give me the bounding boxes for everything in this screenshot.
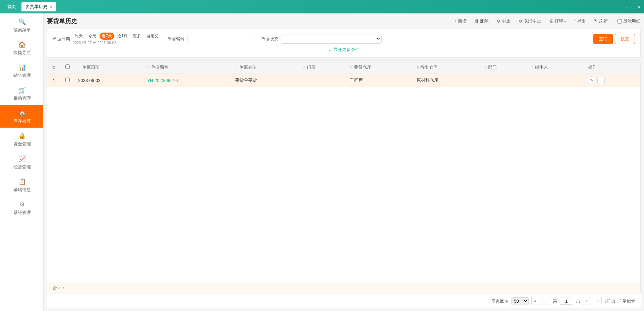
- row-actions-cell: ✎ ⋮⋮: [584, 74, 640, 87]
- delete-label: 🗑 删除: [475, 18, 489, 24]
- row-edit-button[interactable]: ✎: [588, 77, 595, 84]
- tab-close-icon[interactable]: ✕: [49, 5, 52, 9]
- th-store[interactable]: ⇅ 门店: [299, 61, 346, 74]
- date-custom[interactable]: 自定义: [144, 33, 160, 40]
- table-body: 1 2023-06-02 YH-20230602-0 要货单要货 车间库 原材料…: [47, 74, 640, 87]
- th-department[interactable]: ⇅ 部门: [480, 61, 527, 74]
- date-more[interactable]: 更多: [131, 33, 143, 40]
- filter-docnumber-group: 单据编号: [167, 35, 254, 43]
- row-checkbox[interactable]: [65, 78, 70, 82]
- table-container: ⚙ ⇅ 单据日期 ⇅ 单据编号: [47, 60, 641, 294]
- select-all-checkbox[interactable]: [65, 64, 70, 69]
- pagination-bar: 每页显示 50 20 100 200 « ‹ 第 页 › » 共1页，1条记录: [47, 294, 641, 308]
- page-size-label: 每页显示: [491, 298, 508, 304]
- date-7days[interactable]: 近7天: [100, 33, 114, 40]
- prev-page-button[interactable]: ‹: [542, 297, 550, 305]
- page-size-select[interactable]: 50 20 100 200: [511, 297, 529, 305]
- date-shortcuts: 昨天 今天 近7天 近1月 更多 自定义: [73, 33, 160, 40]
- sidebar-item-system[interactable]: ⚙ 系统管理: [0, 196, 43, 219]
- sales-icon: 📊: [18, 64, 26, 71]
- sidebar-item-operations[interactable]: 📈 经营管理: [0, 150, 43, 173]
- stop-button[interactable]: ⊘ 中止: [494, 17, 513, 26]
- page-title: 要货单历史: [47, 17, 77, 25]
- th-checkbox: [61, 61, 74, 74]
- expand-more-label: 展开更多条件: [333, 47, 360, 53]
- cancel-stop-button[interactable]: ⊘ 取消中止: [516, 17, 544, 26]
- close-button[interactable]: ✕: [637, 4, 641, 9]
- date-1month[interactable]: 近1月: [115, 33, 130, 40]
- sidebar-item-purchase[interactable]: 🛒 采购管理: [0, 82, 43, 105]
- status-select[interactable]: [281, 35, 382, 44]
- next-page-button[interactable]: ›: [583, 297, 591, 305]
- sidebar-item-finance[interactable]: 🔒 资金管理: [0, 128, 43, 150]
- settings-button[interactable]: 设置: [615, 34, 635, 44]
- date-yesterday[interactable]: 昨天: [73, 33, 85, 40]
- row-handler: [527, 74, 584, 87]
- settings-icon[interactable]: ⚙: [52, 65, 56, 70]
- display-detail-toggle[interactable]: 显示明细: [618, 18, 641, 24]
- th-doc-type[interactable]: ⇅ 单据类型: [231, 61, 299, 74]
- export-button[interactable]: ↑ 导出: [571, 17, 589, 26]
- page-number-input[interactable]: [560, 298, 573, 305]
- docnumber-input[interactable]: [187, 35, 254, 43]
- th-doc-number[interactable]: ⇅ 单据编号: [143, 61, 231, 74]
- maximize-button[interactable]: □: [632, 4, 634, 9]
- expand-more-row[interactable]: ⌄ 展开更多条件: [53, 45, 635, 54]
- print-dropdown-icon[interactable]: ▾: [564, 19, 566, 23]
- th-handler[interactable]: ⇅ 经手人: [527, 61, 584, 74]
- first-page-button[interactable]: «: [531, 297, 539, 305]
- sidebar-item-inventory[interactable]: 🏠 库存核算: [0, 105, 43, 128]
- minimize-button[interactable]: ─: [626, 4, 629, 9]
- tab-requisition-label: 要货单历史: [25, 4, 47, 10]
- basic-info-icon: 📋: [18, 178, 26, 185]
- row-pending-warehouse: 原材料仓库: [413, 74, 480, 87]
- th-pending-warehouse[interactable]: ⇅ 待出仓库: [413, 61, 480, 74]
- export-label: ↑ 导出: [574, 18, 586, 24]
- content-area: 要货单历史 + 新增 🗑 删除 ⊘ 中止 ⊘ 取消中止 🖨 打印 ▾: [44, 13, 644, 311]
- sidebar-label-search: 搜索菜单: [13, 27, 31, 33]
- refresh-button[interactable]: ↻ 刷新: [591, 17, 610, 26]
- last-page-button[interactable]: »: [594, 297, 602, 305]
- top-bar: 首页 要货单历史 ✕ ─ □ ✕: [0, 0, 644, 13]
- operations-icon: 📈: [18, 155, 26, 163]
- doc-number-link[interactable]: YH-20230602-0: [147, 78, 178, 83]
- inventory-icon: 🏠: [18, 109, 26, 117]
- print-button[interactable]: 🖨 打印 ▾: [546, 17, 569, 26]
- sidebar-item-sales[interactable]: 📊 销售管理: [0, 59, 43, 82]
- page-header: 要货单历史 + 新增 🗑 删除 ⊘ 中止 ⊘ 取消中止 🖨 打印 ▾: [47, 17, 641, 26]
- refresh-label: ↻ 刷新: [594, 18, 608, 24]
- new-button[interactable]: + 新增: [451, 17, 469, 26]
- toolbar-divider: [614, 18, 614, 24]
- row-delete-button[interactable]: ⋮⋮: [597, 77, 605, 84]
- system-icon: ⚙: [19, 201, 25, 208]
- tab-requisition-history[interactable]: 要货单历史 ✕: [21, 2, 56, 11]
- sort-icon-handler: ⇅: [531, 65, 534, 69]
- tab-home[interactable]: 首页: [3, 2, 20, 11]
- sort-icon-reqwh: ⇅: [350, 65, 353, 69]
- th-req-warehouse[interactable]: ⇅ 要货仓库: [346, 61, 413, 74]
- th-actions: 操作: [584, 61, 640, 74]
- sidebar-item-basic-info[interactable]: 📋 基础信息: [0, 173, 43, 196]
- date-today[interactable]: 今天: [86, 33, 98, 40]
- sidebar-item-search[interactable]: 🔍 搜索菜单: [0, 13, 43, 36]
- th-doc-date[interactable]: ⇅ 单据日期: [74, 61, 143, 74]
- sidebar-label-system: 系统管理: [13, 210, 31, 216]
- sort-icon-store: ⇅: [303, 65, 306, 69]
- sort-icon-docdate: ⇅: [78, 65, 81, 69]
- query-button[interactable]: 查询: [593, 34, 613, 44]
- page-label: 页: [576, 298, 580, 304]
- row-doc-date: 2023-06-02: [74, 74, 143, 87]
- sidebar-item-shortcuts[interactable]: 🏠 快捷导航: [0, 36, 43, 59]
- row-num: 1: [47, 74, 61, 87]
- row-doc-number: YH-20230602-0: [143, 74, 231, 87]
- sidebar-label-inventory: 库存核算: [13, 118, 31, 124]
- shortcuts-icon: 🏠: [18, 41, 26, 48]
- th-settings[interactable]: ⚙: [47, 61, 61, 74]
- sidebar-label-sales: 销售管理: [13, 73, 31, 79]
- filter-status-group: 单据状态 ▾: [261, 35, 587, 44]
- delete-button[interactable]: 🗑 删除: [472, 17, 492, 26]
- docnumber-filter-label: 单据编号: [167, 36, 184, 42]
- print-label: 🖨 打印: [549, 18, 564, 24]
- display-detail-checkbox[interactable]: [618, 19, 622, 24]
- table-header-row: ⚙ ⇅ 单据日期 ⇅ 单据编号: [47, 61, 640, 74]
